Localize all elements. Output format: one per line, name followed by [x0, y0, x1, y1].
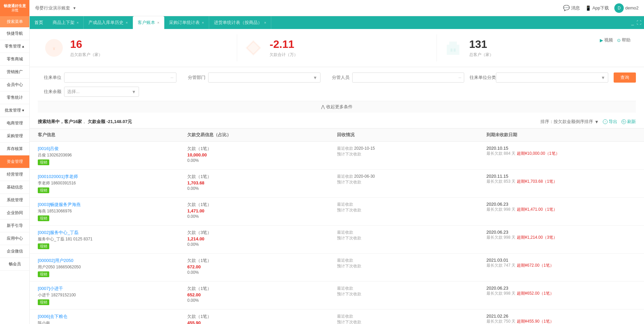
sidebar-item-cooperation[interactable]: 企业协同: [0, 207, 29, 219]
customer-table: 客户信息 欠款交易信息（占比） 回收情况 到期未收款日期 [0016]吕俊 吕俊…: [30, 128, 644, 324]
sidebar-item-app-center[interactable]: 应用中心: [0, 232, 29, 245]
minimize-icon[interactable]: _: [631, 20, 634, 25]
customer-info-4: [0002]服务中心_丁磊 服务中心_丁磊 181 0125 8371 现销: [38, 230, 187, 249]
tab-purchase-order-stats[interactable]: 采购订单统计表 ×: [164, 16, 209, 29]
sidebar-item-guide[interactable]: 新手引导: [0, 219, 29, 232]
due-info-6: 2020.06.23 最长欠款 998 天 超期¥652.00（1笔）: [486, 286, 636, 296]
play-icon: ▶: [600, 38, 603, 43]
dept-dropdown-icon: ▼: [313, 75, 317, 80]
collect-info-7: 最近收款 预计下次收款: [337, 314, 486, 324]
customer-name-link-5[interactable]: [000002]用户2050: [38, 258, 187, 264]
svg-rect-7: [454, 49, 456, 52]
overdue-link-6[interactable]: 超期¥652.00（1笔）: [517, 291, 554, 296]
sidebar-item-wholesale-mgmt[interactable]: 批发管理 ▼: [0, 104, 29, 117]
sidebar-item-ecommerce[interactable]: 电商管理: [0, 117, 29, 130]
overdue-link-5[interactable]: 超期¥672.00（1笔）: [517, 263, 554, 268]
stat-info-debt-customers: 16 总欠款客户（家）: [70, 38, 103, 58]
help-button[interactable]: ⊙ 帮助: [617, 37, 631, 43]
app-download-icon: 📱: [585, 5, 591, 11]
debt-total-amount: -2.11: [270, 38, 298, 51]
balance-dropdown-icon: ▼: [132, 89, 136, 94]
close-tab-purchase-stats[interactable]: ×: [202, 21, 204, 25]
table-row: [0006]去下粮仓 陈小南 现销 欠款（1笔） 455.90 0.00% 最近…: [30, 310, 644, 324]
tab-goods-stats[interactable]: 进货单统计表（按商品） ×: [209, 16, 271, 29]
close-tab-finished-goods[interactable]: ×: [125, 21, 128, 25]
customer-info-7: [0006]去下粮仓 陈小南 现销: [38, 314, 187, 324]
dept-label: 分管部门: [182, 75, 205, 81]
sidebar-item-quick-nav[interactable]: 快捷导航: [0, 27, 29, 40]
overdue-link-3[interactable]: 超期¥1,471.00（1笔）: [517, 207, 557, 212]
stat-info-debt-total: -2.11 欠款合计（万）: [270, 38, 298, 58]
sidebar-item-enterprise-wechat[interactable]: 企业微信: [0, 245, 29, 258]
customer-name-link-4[interactable]: [0002]服务中心_丁磊: [38, 230, 187, 236]
customer-name-link-7[interactable]: [0006]去下粮仓: [38, 314, 187, 320]
person-input[interactable]: ···: [352, 72, 465, 83]
dept-select[interactable]: ▼: [208, 72, 320, 83]
debt-info-4: 欠款（3笔） 1,214.00 0.00%: [187, 230, 337, 247]
sidebar-item-purchase[interactable]: 采购管理: [0, 130, 29, 143]
close-tab-product-listing[interactable]: ×: [77, 21, 79, 25]
debt-info-7: 欠款（1笔） 455.90 0.00%: [187, 314, 337, 324]
sidebar-item-retail-mgmt[interactable]: 零售管理 ▲: [0, 40, 29, 53]
sidebar-item-finance[interactable]: 资金管理: [0, 155, 29, 168]
table-row: [0003]畅捷服务尹海燕 海燕 18513066976 现销 欠款（1笔） 1…: [30, 198, 644, 226]
sidebar-item-inventory[interactable]: 库存核算: [0, 143, 29, 155]
collapse-bar[interactable]: ⋀ 收起更多条件: [38, 101, 636, 113]
tabs-actions: _ ⛶: [631, 20, 644, 25]
sidebar-item-basic-info[interactable]: 基础信息: [0, 181, 29, 194]
export-button[interactable]: ↑ 导出: [603, 119, 617, 125]
overdue-link-7[interactable]: 超期¥455.90（1笔）: [517, 319, 554, 324]
sidebar-item-system[interactable]: 系统管理: [0, 194, 29, 207]
message-icon: 💬: [563, 5, 570, 11]
filter-row-2: 往来余额 选择... ▼: [38, 87, 636, 97]
unit-type-label: 往来单位分类: [470, 75, 493, 81]
customer-name-link-6[interactable]: [0007]小进千: [38, 286, 187, 292]
collect-info-6: 最近收款 预计下次收款: [337, 286, 486, 297]
sidebar-item-retail-stats[interactable]: 零售统计: [0, 91, 29, 104]
svg-marker-2: [246, 40, 261, 56]
result-actions: 排序：按欠款金额倒序排序 ▼ ↑ 导出 ↻ 刷新: [540, 119, 636, 125]
overdue-link-1[interactable]: 超期¥10,000.00（1笔）: [517, 151, 560, 156]
maximize-icon[interactable]: ⛶: [637, 20, 641, 25]
query-button[interactable]: 查询: [614, 72, 636, 83]
customer-name-link-1[interactable]: [0016]吕俊: [38, 146, 187, 152]
sidebar-item-operations[interactable]: 经营管理: [0, 168, 29, 181]
refresh-button[interactable]: ↻ 刷新: [621, 119, 636, 125]
sidebar-item-member-center[interactable]: 会员中心: [0, 79, 29, 91]
sort-label: 排序：按欠款金额倒序排序: [540, 119, 593, 125]
tab-product-listing[interactable]: 商品上下架 ×: [48, 16, 84, 29]
due-info-2: 2020.11.15 最长欠款 853 天 超期¥1,703.68（1笔）: [486, 174, 636, 184]
customer-name-link-3[interactable]: [0003]畅捷服务尹海燕: [38, 202, 187, 208]
sidebar-item-retail-mall[interactable]: 零售商城: [0, 53, 29, 66]
overdue-link-4[interactable]: 超期¥1,214.00（3笔）: [517, 235, 557, 240]
help-icon: ⊙: [617, 38, 621, 43]
customer-info-2: [0001020001]李老师 李老师 18600391516 现销: [38, 174, 187, 193]
sidebar-item-marketing[interactable]: 营销推广: [0, 66, 29, 79]
search-menu-button[interactable]: 搜索菜单: [0, 16, 29, 27]
debt-info-1: 欠款（1笔） 10,000.00 0.00%: [187, 146, 337, 163]
tab-finished-goods[interactable]: 产成品入库单历史 ×: [84, 16, 133, 29]
customer-badge-2: 现销: [38, 187, 49, 193]
from-unit-input[interactable]: ···: [64, 72, 176, 83]
app-download-button[interactable]: 📱 App下载: [585, 5, 609, 11]
table-row: [000002]用户2050 用户2050 18665062050 现销 欠款（…: [30, 254, 644, 282]
collapse-icon: ⋀: [321, 104, 326, 109]
debt-customers-label: 总欠款客户（家）: [70, 52, 103, 58]
collect-info-3: 最近收款 预计下次收款: [337, 202, 486, 213]
tab-customer-ledger[interactable]: 客户账本 ×: [133, 16, 164, 29]
user-profile[interactable]: D demo2: [614, 3, 639, 13]
svg-rect-5: [449, 41, 456, 45]
message-button[interactable]: 💬 消息: [563, 5, 580, 11]
tab-home[interactable]: 首页: [30, 16, 48, 29]
customer-name-link-2[interactable]: [0001020001]李老师: [38, 174, 187, 180]
sidebar-item-chang-member[interactable]: 畅会员: [0, 258, 29, 271]
balance-select[interactable]: 选择... ▼: [64, 87, 139, 97]
stats-row: ¥ 16 总欠款客户（家） -2.11 欠款合计（万）: [30, 29, 644, 67]
overdue-link-2[interactable]: 超期¥1,703.68（1笔）: [517, 179, 557, 184]
video-help-button[interactable]: ▶ 视频: [600, 37, 613, 43]
close-tab-goods-stats[interactable]: ×: [264, 21, 266, 25]
sort-button[interactable]: 排序：按欠款金额倒序排序 ▼: [540, 119, 599, 125]
col-header-debt: 欠款交易信息（占比）: [187, 132, 337, 138]
close-tab-customer-ledger[interactable]: ×: [157, 21, 159, 25]
unit-type-select[interactable]: ▼: [496, 72, 608, 83]
